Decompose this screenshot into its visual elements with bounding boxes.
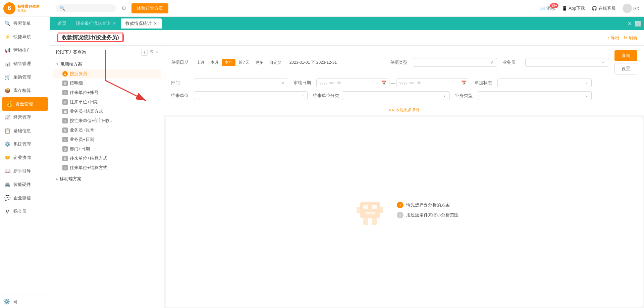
counterparty-type-label: 往来单位分类 bbox=[313, 93, 339, 99]
tab-receipt-close-icon[interactable]: ✕ bbox=[154, 21, 157, 26]
tree-item-salesman-date[interactable]: ○ 业务员+日期 bbox=[53, 135, 161, 144]
empty-state-area: 1 请先选择要分析的方案 2 用过滤条件来缩小分析范围 bbox=[166, 117, 643, 307]
sidebar-item-inventory[interactable]: 📦 库存核算 bbox=[0, 84, 50, 97]
counterparty-type-select[interactable]: ∨ bbox=[342, 91, 449, 100]
review-start-date[interactable]: yyyy-mm-dd 📅 bbox=[316, 79, 389, 87]
tree-item-salesman-settle[interactable]: ▦ 业务员+结算方式 bbox=[53, 107, 161, 116]
collapse-panel-icon[interactable]: « bbox=[156, 49, 159, 56]
sales-icon: 📊 bbox=[4, 60, 11, 67]
add-scheme-icon[interactable]: + bbox=[141, 49, 148, 56]
setting-button[interactable]: 设置 bbox=[614, 63, 637, 74]
sidebar-item-hardware[interactable]: 🖨️ 智能硬件 bbox=[0, 178, 50, 191]
filter-row-2: 部门 ∨ 审核日期 yyyy-mm-dd 📅 bbox=[171, 79, 637, 87]
sidebar: 6 畅捷通好生意 标准版 🔍 搜索菜单 ⚡ 快捷导航 📢 营销推广 📊 销售管理… bbox=[0, 0, 50, 308]
date-this-month-btn[interactable]: 本月 bbox=[208, 59, 221, 66]
collapse-bar[interactable]: ∧∧ 收起更多条件 bbox=[171, 104, 637, 115]
tree-item-unit-date[interactable]: ⊞ 往来单位+日期 bbox=[53, 97, 161, 107]
sidebar-item-quicknav[interactable]: ⚡ 快捷导航 bbox=[0, 30, 50, 44]
sidebar-item-enterprise[interactable]: 🤝 企业协同 bbox=[0, 151, 50, 164]
tree-item-dept-date[interactable]: ◷ 部门+日期 bbox=[53, 144, 161, 154]
tree-parent-desktop[interactable]: ▼ 电脑端方案 bbox=[53, 59, 161, 69]
date-last-month-btn[interactable]: 上月 bbox=[194, 59, 207, 66]
tree-item-unit-account[interactable]: ⊞ 往来单位+账号 bbox=[53, 88, 161, 97]
svg-rect-1 bbox=[363, 205, 368, 209]
salesman-account-icon: ⊞ bbox=[62, 127, 68, 133]
sidebar-item-finance[interactable]: 💰 资金管理 bbox=[2, 97, 48, 111]
bill-type-select[interactable]: ∨ bbox=[413, 58, 497, 67]
date-more-btn[interactable]: 更多 bbox=[253, 59, 266, 66]
export-icon: ↑ bbox=[607, 35, 610, 40]
tab-bank-close-icon[interactable]: ✕ bbox=[113, 21, 116, 26]
collapse-sidebar-icon[interactable]: ◀ bbox=[13, 298, 17, 305]
refresh-button[interactable]: ↻ 刷新 bbox=[624, 35, 637, 41]
sidebar-item-wechat[interactable]: 💬 企业微信 bbox=[0, 191, 50, 205]
user-avatar bbox=[623, 4, 632, 13]
tree-item-unit-settle1[interactable]: ⊞ 往来单位+结算方式 bbox=[53, 154, 161, 163]
tab-bank[interactable]: 现金银行流水查询 ✕ bbox=[71, 18, 121, 29]
tree-item-by-salesman[interactable]: ● 按业务员 bbox=[53, 69, 161, 79]
salesman-more-icon[interactable]: ··· bbox=[602, 60, 605, 65]
refresh-icon: ↻ bbox=[624, 35, 627, 40]
tab-restore-icon[interactable]: ⬜ bbox=[635, 20, 641, 27]
nav-search-input[interactable] bbox=[68, 6, 111, 11]
sidebar-item-business[interactable]: 📈 经营管理 bbox=[0, 111, 50, 124]
sidebar-item-sales[interactable]: 📊 销售管理 bbox=[0, 57, 50, 70]
hint-2-text: 用过滤条件来缩小分析范围 bbox=[406, 212, 459, 218]
sidebar-item-search[interactable]: 🔍 搜索菜单 bbox=[0, 17, 50, 30]
bill-status-select[interactable]: ∨ bbox=[497, 79, 592, 87]
tree-item-by-detail[interactable]: ⊞ 按明细 bbox=[53, 79, 161, 88]
tree-item-unit-dept[interactable]: ⊞ 按往来单位+部门+收... bbox=[53, 116, 161, 125]
empty-hint-1: 1 请先选择要分析的方案 bbox=[397, 202, 459, 208]
tree-item-unit-settle2[interactable]: ⊞ 往来单位+结算方式 bbox=[53, 163, 161, 172]
unit-settle2-icon: ⊞ bbox=[62, 165, 68, 170]
panel-icons: + ⚙ « bbox=[141, 49, 159, 56]
tab-home[interactable]: 首页 bbox=[53, 18, 71, 29]
sidebar-item-member[interactable]: V 畅会员 bbox=[0, 205, 50, 218]
user-profile[interactable]: Rit bbox=[623, 4, 639, 13]
counterparty-select[interactable]: ··· bbox=[194, 91, 308, 100]
dept-select[interactable]: ∨ bbox=[194, 79, 288, 87]
member-icon: V bbox=[4, 208, 11, 215]
business-type-filter-item: 业务类型 ∨ bbox=[455, 91, 592, 100]
date-7days-btn[interactable]: 近7天 bbox=[236, 59, 252, 66]
sidebar-item-purchase[interactable]: 🛒 采购管理 bbox=[0, 70, 50, 84]
bill-status-filter-item: 单据状态 ∨ bbox=[475, 79, 592, 87]
guide-icon: 📖 bbox=[4, 168, 11, 174]
trial-button[interactable]: 体验行业方案 bbox=[131, 3, 168, 13]
dept-chevron-icon: ∨ bbox=[281, 81, 284, 85]
sidebar-item-system[interactable]: ⚙️ 系统管理 bbox=[0, 138, 50, 151]
counterparty-more-icon[interactable]: ··· bbox=[301, 93, 304, 98]
app-download-icon: 📱 bbox=[562, 6, 567, 11]
tab-receipt[interactable]: 收款情况统计 ✕ bbox=[121, 18, 162, 29]
app-download-button[interactable]: 📱 App下载 bbox=[562, 5, 585, 11]
salesman-select[interactable]: ··· bbox=[525, 58, 609, 67]
bill-type-label: 单据类型 bbox=[390, 59, 410, 65]
online-service-button[interactable]: 🎧 在线客服 bbox=[592, 5, 616, 11]
svg-rect-5 bbox=[380, 207, 383, 213]
sidebar-item-marketing[interactable]: 📢 营销推广 bbox=[0, 44, 50, 57]
export-button[interactable]: ↑ 导出 bbox=[607, 35, 620, 41]
date-custom-btn[interactable]: 自定义 bbox=[267, 59, 284, 66]
business-type-select[interactable]: ∨ bbox=[478, 91, 592, 100]
sidebar-item-guide[interactable]: 📖 新手引导 bbox=[0, 164, 50, 178]
settings-bottom-icon[interactable]: ⚙️ bbox=[3, 298, 10, 305]
svg-rect-6 bbox=[363, 218, 368, 225]
tree-item-salesman-account[interactable]: ⊞ 业务员+账号 bbox=[53, 125, 161, 135]
nav-search-box[interactable]: 🔍 bbox=[56, 4, 116, 12]
salesman-date-icon: ○ bbox=[62, 137, 68, 142]
review-end-date[interactable]: yyyy-mm-dd 📅 bbox=[396, 79, 469, 87]
salesman-filter-item: 业务员 ··· bbox=[502, 58, 609, 67]
gear-scheme-icon[interactable]: ⚙ bbox=[150, 49, 154, 56]
date-this-year-btn[interactable]: 本年 bbox=[222, 59, 235, 66]
business-icon: 📈 bbox=[4, 114, 11, 121]
by-detail-icon: ⊞ bbox=[62, 81, 68, 86]
filter-section: 单据日期 上月 本月 本年 近7天 更多 自定义 2023-01-01 至 bbox=[164, 46, 644, 115]
tree-parent-mobile[interactable]: ▶ 移动端方案 bbox=[53, 174, 161, 184]
message-button[interactable]: ✉️ 消息 99+ bbox=[540, 5, 555, 11]
page-actions: ↑ 导出 ↻ 刷新 bbox=[607, 35, 638, 41]
sidebar-item-basic[interactable]: 📋 基础信息 bbox=[0, 124, 50, 138]
nav-gear-icon[interactable]: ⚙ bbox=[121, 5, 126, 11]
date-quick-buttons: 上月 本月 本年 近7天 更多 自定义 bbox=[194, 59, 284, 66]
query-button[interactable]: 查询 bbox=[614, 50, 637, 61]
tab-maximize-icon[interactable]: ✕ bbox=[628, 20, 632, 27]
